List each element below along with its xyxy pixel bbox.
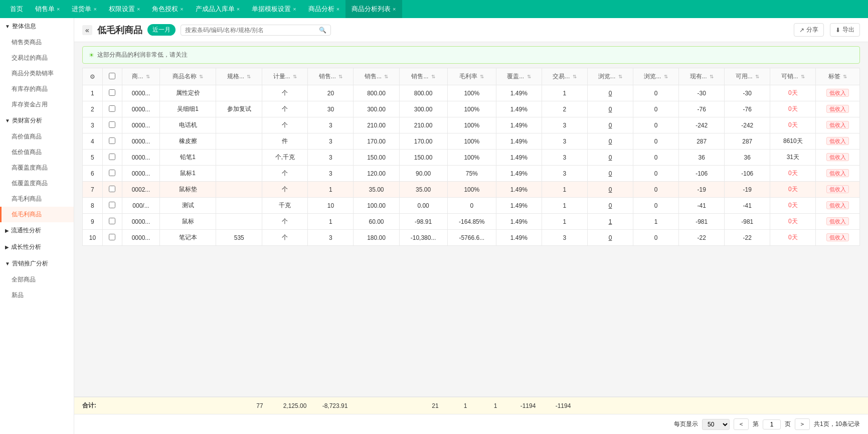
sidebar-item-low-coverage[interactable]: 低覆盖度商品 xyxy=(0,176,74,191)
close-icon[interactable]: × xyxy=(180,6,183,12)
col-view2[interactable]: 浏览... ⇅ xyxy=(633,68,679,85)
nav-role[interactable]: 角色授权 × xyxy=(146,0,189,18)
col-view1[interactable]: 浏览... ⇅ xyxy=(587,68,633,85)
sidebar-item-low-value[interactable]: 低价值商品 xyxy=(0,144,74,160)
close-icon[interactable]: × xyxy=(237,6,240,12)
row-checkbox[interactable] xyxy=(109,202,115,208)
collapse-sidebar-button[interactable]: « xyxy=(82,25,92,35)
search-input[interactable] xyxy=(185,27,319,34)
row-coverage: 1.49% xyxy=(496,182,542,198)
col-name[interactable]: 商品名称 ⇅ xyxy=(160,68,216,85)
close-icon[interactable]: × xyxy=(293,6,296,12)
row-view1[interactable]: 1 xyxy=(587,214,633,230)
row-checkbox[interactable] xyxy=(109,105,115,112)
row-sales-price: 800.00 xyxy=(354,85,399,101)
nav-template[interactable]: 单据模板设置 × xyxy=(246,0,302,18)
row-sales-qty: 1 xyxy=(308,182,354,198)
row-gross-rate: 75% xyxy=(447,166,496,182)
sidebar-item-traded-products[interactable]: 交易过的商品 xyxy=(0,50,74,66)
row-unit: 千克 xyxy=(262,198,308,214)
row-view1[interactable]: 0 xyxy=(587,198,633,214)
row-view1[interactable]: 0 xyxy=(587,85,633,101)
row-checkbox[interactable] xyxy=(109,234,115,240)
col-coverage[interactable]: 覆盖... ⇅ xyxy=(496,68,542,85)
close-icon[interactable]: × xyxy=(393,6,396,12)
close-icon[interactable]: × xyxy=(137,6,140,12)
col-sales-price[interactable]: 销售... ⇅ xyxy=(354,68,399,85)
row-tag: 低收入 xyxy=(816,214,860,230)
sidebar-item-category-rate[interactable]: 商品分类助销率 xyxy=(0,66,74,81)
nav-sales[interactable]: 销售单 × xyxy=(29,0,66,18)
row-view1[interactable]: 0 xyxy=(587,166,633,182)
row-sales-price: 35.00 xyxy=(354,182,399,198)
table-container[interactable]: ⚙ 商... ⇅ 商品名称 ⇅ 规格... ⇅ 计量... ⇅ 销售... ⇅ … xyxy=(74,68,868,396)
row-view1[interactable]: 0 xyxy=(587,101,633,117)
nav-product-analysis[interactable]: 商品分析 × xyxy=(302,0,345,18)
search-icon[interactable]: 🔍 xyxy=(319,27,326,34)
sidebar-item-in-stock[interactable]: 有库存的商品 xyxy=(0,81,74,97)
sidebar-item-all-products[interactable]: 全部商品 xyxy=(0,272,74,287)
row-sales-qty: 3 xyxy=(308,230,354,246)
sidebar-item-low-margin[interactable]: 低毛利商品 xyxy=(0,207,74,222)
row-trade: 1 xyxy=(542,198,587,214)
row-checkbox[interactable] xyxy=(109,186,115,192)
col-current[interactable]: 现有... ⇅ xyxy=(679,68,725,85)
col-tag[interactable]: 标签 ⇅ xyxy=(816,68,860,85)
sidebar-group-overall[interactable]: ▼ 整体信息 xyxy=(0,18,74,35)
row-view1[interactable]: 0 xyxy=(587,230,633,246)
row-checkbox[interactable] xyxy=(109,89,115,96)
nav-purchase[interactable]: 进货单 × xyxy=(66,0,102,18)
row-checkbox[interactable] xyxy=(109,137,115,144)
nav-permissions[interactable]: 权限设置 × xyxy=(103,0,146,18)
nav-home[interactable]: 首页 xyxy=(4,0,29,18)
sidebar-group-circulation[interactable]: ▶ 流通性分析 xyxy=(0,222,74,239)
row-checkbox[interactable] xyxy=(109,218,115,224)
table-row: 3 0000... 电话机 个 3 210.00 210.00 100% 1.4… xyxy=(83,117,860,133)
sidebar-item-high-value[interactable]: 高价值商品 xyxy=(0,129,74,144)
row-no: 10 xyxy=(83,230,103,246)
row-coverage: 1.49% xyxy=(496,214,542,230)
sidebar-item-high-coverage[interactable]: 高覆盖度商品 xyxy=(0,160,74,176)
col-trade[interactable]: 交易... ⇅ xyxy=(542,68,587,85)
prev-page-button[interactable]: ＜ xyxy=(734,418,749,430)
nav-finished-goods[interactable]: 产成品入库单 × xyxy=(190,0,246,18)
share-button[interactable]: ↗ 分享 xyxy=(794,23,824,37)
row-no: 3 xyxy=(83,117,103,133)
nav-product-analysis-list[interactable]: 商品分析列表 × xyxy=(345,0,402,18)
col-saleable[interactable]: 可销... ⇅ xyxy=(770,68,816,85)
sidebar-item-sales-products[interactable]: 销售类商品 xyxy=(0,35,74,50)
col-settings[interactable]: ⚙ xyxy=(83,68,103,85)
close-icon[interactable]: × xyxy=(57,6,60,12)
row-checkbox[interactable] xyxy=(109,121,115,128)
col-code[interactable]: 商... ⇅ xyxy=(122,68,160,85)
sidebar-group-marketing[interactable]: ▼ 营销推广分析 xyxy=(0,255,74,272)
col-available[interactable]: 可用... ⇅ xyxy=(725,68,770,85)
filter-button[interactable]: 近一月 xyxy=(147,24,176,36)
row-trade: 1 xyxy=(542,214,587,230)
row-checkbox[interactable] xyxy=(109,154,115,160)
export-button[interactable]: ⬇ 导出 xyxy=(830,23,860,37)
col-gross-rate[interactable]: 毛利率 ⇅ xyxy=(447,68,496,85)
close-icon[interactable]: × xyxy=(336,6,339,12)
select-all-checkbox[interactable] xyxy=(109,73,115,79)
page-size-select[interactable]: 50 100 200 xyxy=(702,419,730,430)
sidebar-item-high-margin[interactable]: 高毛利商品 xyxy=(0,191,74,207)
page-number-input[interactable] xyxy=(763,419,781,429)
sidebar-item-capital[interactable]: 库存资金占用 xyxy=(0,97,74,112)
sidebar-group-growth[interactable]: ▶ 成长性分析 xyxy=(0,239,74,255)
sidebar-group-value[interactable]: ▼ 类财富分析 xyxy=(0,112,74,129)
row-checkbox[interactable] xyxy=(109,170,115,176)
row-view1[interactable]: 0 xyxy=(587,182,633,198)
sidebar-item-new-products[interactable]: 新品 xyxy=(0,287,74,303)
row-view1[interactable]: 0 xyxy=(587,117,633,133)
close-icon[interactable]: × xyxy=(93,6,96,12)
row-available: -22 xyxy=(725,230,770,246)
row-view1[interactable]: 0 xyxy=(587,133,633,150)
row-sales-price: 120.00 xyxy=(354,166,399,182)
col-sales-amount[interactable]: 销售... ⇅ xyxy=(399,68,447,85)
row-view1[interactable]: 0 xyxy=(587,150,633,166)
col-spec[interactable]: 规格... ⇅ xyxy=(216,68,262,85)
next-page-button[interactable]: ＞ xyxy=(795,418,810,430)
col-sales-qty[interactable]: 销售... ⇅ xyxy=(308,68,354,85)
col-unit[interactable]: 计量... ⇅ xyxy=(262,68,308,85)
